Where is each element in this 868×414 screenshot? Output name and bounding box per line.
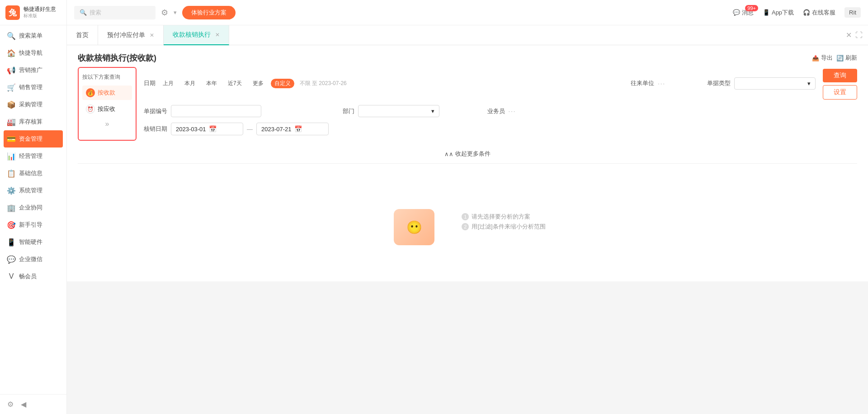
collapse-more-row[interactable]: ∧∧ 收起更多条件 bbox=[67, 148, 868, 163]
trading-partner-label: 往来单位 bbox=[631, 79, 654, 87]
receipt-option-icon: 💰 bbox=[86, 88, 95, 97]
nav-label-5: 库存核算 bbox=[19, 118, 42, 126]
date-filter-field: 日期 上月 本月 本年 近7天 更多 自定义 不限 至 bbox=[144, 79, 347, 88]
date-this-month[interactable]: 本月 bbox=[181, 79, 199, 88]
nav-icon-13: 💬 bbox=[7, 255, 15, 263]
header-gear-icon[interactable]: ⚙ bbox=[161, 8, 168, 18]
headset-icon: 🎧 bbox=[803, 9, 810, 16]
app-download-label: App下载 bbox=[772, 9, 794, 17]
filter-collapse-button[interactable]: » bbox=[82, 120, 132, 128]
header-search[interactable]: 🔍 搜索 bbox=[74, 6, 156, 19]
nav-icon-14: V bbox=[7, 272, 15, 281]
refresh-button[interactable]: 🔄 刷新 bbox=[836, 54, 857, 62]
nav-label-1: 快捷导航 bbox=[19, 49, 42, 57]
online-service-label: 在线客服 bbox=[812, 9, 835, 17]
tab-home[interactable]: 首页 bbox=[67, 25, 98, 45]
filter-row-2: 单据编号 部门 ▾ 业 bbox=[144, 105, 857, 117]
date-last-month[interactable]: 上月 bbox=[159, 79, 177, 88]
receivable-option-label: 按应收 bbox=[98, 105, 115, 113]
tab-home-label: 首页 bbox=[76, 31, 89, 39]
query-button[interactable]: 查询 bbox=[823, 69, 857, 82]
nav-label-7: 经营管理 bbox=[19, 152, 42, 160]
online-service-button[interactable]: 🎧 在线客服 bbox=[803, 9, 835, 17]
date-custom-tag[interactable]: 自定义 bbox=[271, 79, 294, 88]
receipt-option-label: 按收款 bbox=[98, 89, 115, 97]
search-icon: 🔍 bbox=[80, 9, 87, 16]
sidebar-item-系统管理[interactable]: ⚙️系统管理 bbox=[0, 182, 66, 199]
page-inner: 收款核销执行(按收款) 📤 导出 🔄 刷新 按以下方案查询 bbox=[67, 45, 868, 281]
trading-partner-dots[interactable]: ··· bbox=[658, 80, 665, 87]
date-last-7-days[interactable]: 近7天 bbox=[224, 79, 245, 88]
tab-collection-close[interactable]: ✕ bbox=[215, 32, 220, 38]
close-tab-icon[interactable]: ✕ bbox=[846, 31, 852, 39]
sidebar-item-畅会员[interactable]: V畅会员 bbox=[0, 268, 66, 285]
filter-option-by-receivable[interactable]: ⏰ 按应收 bbox=[82, 102, 132, 116]
page-title: 收款核销执行(按收款) bbox=[78, 52, 156, 63]
tab-collection-label: 收款核销执行 bbox=[173, 31, 211, 39]
tab-prepay-close[interactable]: ✕ bbox=[150, 32, 154, 38]
order-type-chevron: ▾ bbox=[807, 80, 811, 87]
sidebar-item-快捷导航[interactable]: 🏠快捷导航 bbox=[0, 44, 66, 62]
tip-num-2: 2 bbox=[462, 223, 469, 230]
sidebar-item-采购管理[interactable]: 📦采购管理 bbox=[0, 96, 66, 113]
sidebar-item-企业微信[interactable]: 💬企业微信 bbox=[0, 251, 66, 268]
order-type-select[interactable]: ▾ bbox=[734, 77, 816, 90]
filter-option-by-receipt[interactable]: 💰 按收款 bbox=[82, 86, 132, 100]
filter-type-panel: 按以下方案查询 💰 按收款 ⏰ 按应收 » bbox=[78, 67, 137, 141]
sidebar-item-资金管理[interactable]: 💳资金管理 bbox=[4, 130, 63, 148]
sidebar-item-库存核算[interactable]: 🏭库存核算 bbox=[0, 113, 66, 130]
settings-button[interactable]: 设置 bbox=[823, 85, 857, 100]
verify-date-start-input[interactable]: 2023-03-01 📅 bbox=[171, 123, 243, 135]
app-name: 畅捷通好生意 bbox=[24, 6, 56, 13]
tab-collection[interactable]: 收款核销执行 ✕ bbox=[164, 25, 229, 45]
sidebar-item-经营管理[interactable]: 📊经营管理 bbox=[0, 148, 66, 165]
settings-icon[interactable]: ⚙ bbox=[7, 400, 14, 409]
query-buttons: 查询 设置 bbox=[823, 69, 857, 100]
nav-icon-12: 📱 bbox=[7, 238, 15, 246]
sidebar-item-新手引导[interactable]: 🎯新手引导 bbox=[0, 216, 66, 233]
department-select[interactable]: ▾ bbox=[358, 105, 439, 117]
export-icon: 📤 bbox=[812, 55, 819, 62]
app-download-button[interactable]: 📱 App下载 bbox=[763, 9, 794, 17]
nav-label-13: 企业微信 bbox=[19, 255, 42, 263]
nav-icon-11: 🎯 bbox=[7, 221, 15, 229]
sidebar-item-销售管理[interactable]: 🛒销售管理 bbox=[0, 79, 66, 96]
salesperson-dots[interactable]: ··· bbox=[509, 108, 516, 114]
date-label: 日期 bbox=[144, 79, 156, 87]
tip-2-text: 用[过滤]条件来缩小分析范围 bbox=[472, 223, 545, 231]
export-button[interactable]: 📤 导出 bbox=[812, 54, 833, 62]
user-button[interactable]: Rit bbox=[844, 7, 861, 18]
sidebar-item-企业协同[interactable]: 🏢企业协同 bbox=[0, 199, 66, 216]
solution-button[interactable]: 体验行业方案 bbox=[182, 6, 236, 19]
refresh-label: 刷新 bbox=[845, 54, 857, 62]
nav-label-14: 畅会员 bbox=[19, 272, 37, 281]
nav-label-4: 采购管理 bbox=[19, 100, 42, 109]
sidebar-bottom: ⚙ ◀ bbox=[0, 394, 66, 414]
sidebar-item-基础信息[interactable]: 📋基础信息 bbox=[0, 165, 66, 182]
nav-label-12: 智能硬件 bbox=[19, 238, 42, 246]
filter-panel-title: 按以下方案查询 bbox=[82, 73, 132, 81]
nav-label-0: 搜索菜单 bbox=[19, 32, 42, 40]
mobile-icon: 📱 bbox=[763, 9, 770, 16]
message-button[interactable]: 💬 消息 99+ bbox=[733, 9, 754, 17]
date-this-year[interactable]: 本年 bbox=[203, 79, 221, 88]
tip-num-1: 1 bbox=[462, 213, 469, 220]
nav-icon-6: 💳 bbox=[7, 135, 15, 143]
header-dropdown-icon[interactable]: ▾ bbox=[174, 9, 177, 16]
verify-date-end-input[interactable]: 2023-07-21 📅 bbox=[256, 123, 329, 135]
date-more[interactable]: 更多 bbox=[249, 79, 267, 88]
collapse-up-icon: ∧∧ bbox=[444, 151, 453, 157]
main-area: 🔍 搜索 ⚙ ▾ 体验行业方案 💬 消息 99+ 📱 App下载 🎧 在线客服 … bbox=[67, 0, 868, 414]
sidebar-item-搜索菜单[interactable]: 🔍搜索菜单 bbox=[0, 27, 66, 44]
tab-prepay[interactable]: 预付冲应付单 ✕ bbox=[98, 25, 164, 45]
tip-1-text: 请先选择要分析的方案 bbox=[472, 213, 530, 221]
receivable-option-icon: ⏰ bbox=[86, 105, 95, 114]
tab-prepay-label: 预付冲应付单 bbox=[107, 31, 145, 39]
maximize-tab-icon[interactable]: ⛶ bbox=[855, 31, 863, 39]
sidebar-item-智能硬件[interactable]: 📱智能硬件 bbox=[0, 233, 66, 251]
collapse-sidebar-icon[interactable]: ◀ bbox=[21, 400, 26, 409]
order-no-input[interactable] bbox=[171, 105, 261, 117]
sidebar-item-营销推广[interactable]: 📢营销推广 bbox=[0, 62, 66, 79]
empty-box-illustration: 😶 bbox=[394, 209, 434, 245]
order-type-label: 单据类型 bbox=[707, 79, 731, 87]
